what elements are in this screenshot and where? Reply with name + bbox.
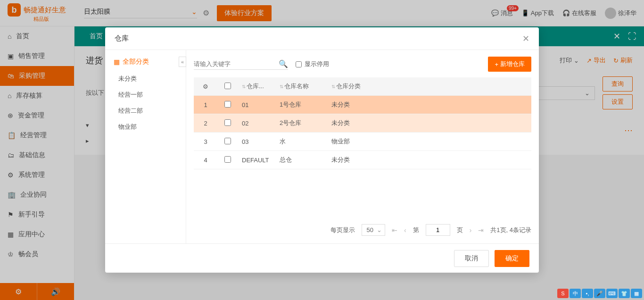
row-checkbox[interactable]	[224, 156, 231, 163]
ime-toolbar: S 中 •, 🎤 ⌨ 👕 ▦	[557, 289, 642, 298]
ok-button[interactable]: 确定	[495, 250, 529, 267]
page-input[interactable]	[426, 224, 450, 236]
page-total: 共1页, 4条记录	[490, 226, 531, 234]
next-page-icon[interactable]: ›	[470, 226, 472, 234]
table-row[interactable]: 4 DEFAULT 总仓 未分类	[194, 151, 531, 169]
col-code[interactable]: ⇅仓库...	[238, 77, 276, 96]
category-all[interactable]: ▦ 全部分类	[105, 58, 186, 71]
grid-icon: ▦	[114, 58, 120, 66]
ime-punct-icon[interactable]: •,	[582, 289, 593, 298]
collapse-sidebar-icon[interactable]: «	[179, 57, 186, 67]
category-item[interactable]: 经营一部	[105, 87, 186, 103]
col-category[interactable]: ⇅仓库分类	[328, 77, 531, 96]
category-item[interactable]: 物业部	[105, 119, 186, 135]
ime-s-icon[interactable]: S	[557, 289, 569, 298]
col-name[interactable]: ⇅仓库名称	[276, 77, 328, 96]
row-checkbox[interactable]	[224, 119, 231, 126]
search-input[interactable]	[194, 58, 279, 69]
first-page-icon[interactable]: ⇤	[392, 226, 397, 234]
prev-page-icon[interactable]: ‹	[404, 226, 406, 234]
ime-keyboard-icon[interactable]: ⌨	[606, 289, 618, 298]
close-icon[interactable]: ✕	[522, 33, 529, 44]
row-checkbox[interactable]	[224, 138, 231, 144]
category-item[interactable]: 经营二部	[105, 103, 186, 119]
warehouse-modal: 仓库 ✕ ▦ 全部分类 未分类 经营一部 经营二部 物业部 « 🔍	[105, 27, 539, 273]
ime-grid-icon[interactable]: ▦	[631, 289, 642, 298]
ime-skin-icon[interactable]: 👕	[619, 289, 630, 298]
table-row[interactable]: 3 03 水 物业部	[194, 133, 531, 151]
warehouse-table: ⚙ ⇅仓库... ⇅仓库名称 ⇅仓库分类 1 01 1号仓库 未分类 2 02 …	[194, 77, 531, 169]
row-checkbox[interactable]	[224, 101, 231, 108]
last-page-icon[interactable]: ⇥	[478, 226, 484, 234]
modal-overlay: 仓库 ✕ ▦ 全部分类 未分类 经营一部 经营二部 物业部 « 🔍	[0, 0, 644, 300]
table-row[interactable]: 1 01 1号仓库 未分类	[194, 96, 531, 114]
show-disabled-checkbox[interactable]: 显示停用	[296, 60, 329, 68]
ime-mic-icon[interactable]: 🎤	[594, 289, 605, 298]
category-item[interactable]: 未分类	[105, 71, 186, 87]
modal-title: 仓库	[115, 34, 129, 43]
col-settings[interactable]: ⚙	[194, 77, 217, 96]
page-size-select[interactable]: 50 ⌄	[362, 224, 385, 236]
ime-cn-icon[interactable]: 中	[570, 289, 581, 298]
table-row[interactable]: 2 02 2号仓库 未分类	[194, 114, 531, 133]
cancel-button[interactable]: 取消	[454, 250, 489, 267]
search-icon[interactable]: 🔍	[279, 59, 288, 68]
select-all-checkbox[interactable]	[224, 83, 231, 89]
per-page-label: 每页显示	[330, 226, 355, 234]
add-warehouse-button[interactable]: + 新增仓库	[488, 57, 531, 72]
